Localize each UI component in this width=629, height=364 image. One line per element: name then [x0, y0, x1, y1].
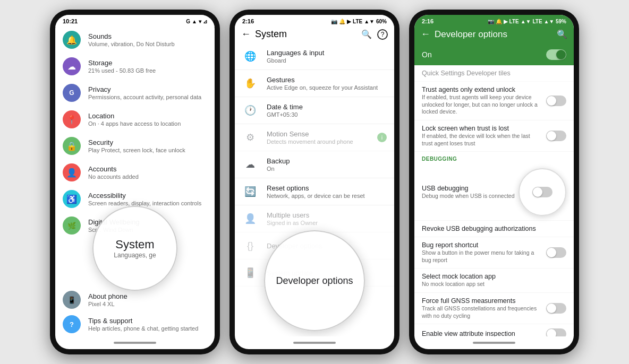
users-icon: 👤 — [242, 211, 258, 227]
list-item[interactable]: ⚙ Motion Sense Detects movement around p… — [235, 124, 394, 151]
dev-options-icon: {} — [242, 238, 258, 254]
toggle-thumb — [533, 187, 542, 197]
developer-options-title: Developer options — [435, 29, 552, 40]
usb-debugging-item[interactable]: USB debugging Debug mode when USB is con… — [414, 164, 574, 221]
status-icons-2: 📷 🔔 ▶ LTE ▲▼ 60% — [331, 19, 387, 24]
status-bar-3: 2:16 📷 🔔 ▶ LTE ▲▼ LTE ▲▼ 59% — [414, 15, 574, 27]
sounds-title: Sounds — [88, 32, 207, 40]
nav-bar-1 — [55, 336, 215, 349]
phone-2-screen: 2:16 📷 🔔 ▶ LTE ▲▼ 60% ← System 🔍 ? 🌐 Lan… — [235, 15, 394, 349]
system-circle-overlay: System Languages, ge — [92, 206, 177, 291]
location-title: Location — [88, 112, 207, 120]
phone-3: 2:16 📷 🔔 ▶ LTE ▲▼ LTE ▲▼ 59% ← Developer… — [409, 10, 579, 354]
nav-bar-3 — [414, 336, 574, 349]
gnss-title: Force full GNSS measurements — [422, 297, 542, 305]
nav-bar-2 — [235, 336, 394, 349]
toggle-thumb — [547, 329, 556, 336]
usb-debugging-sub: Debug mode when USB is connected — [422, 193, 518, 200]
usb-debugging-toggle[interactable] — [532, 187, 552, 197]
list-item[interactable]: G Privacy Permissions, account activity,… — [55, 80, 215, 106]
storage-title: Storage — [88, 59, 207, 67]
phone-1: 10:21 G ▲ ▾ ⊿ 🔔 Sounds Volume, vibration… — [50, 10, 220, 354]
accessibility-icon: ♿ — [63, 190, 81, 208]
battery-3: LTE ▲▼ 59% — [532, 19, 566, 24]
developer-options-circle-text: Developer options — [276, 275, 353, 287]
bug-report-toggle[interactable] — [546, 247, 566, 258]
gnss-item[interactable]: Force full GNSS measurements Track all G… — [414, 293, 574, 324]
time-1: 10:21 — [63, 18, 78, 24]
list-item[interactable]: 🔒 Security Play Protect, screen lock, fa… — [55, 133, 215, 159]
status-bar-1: 10:21 G ▲ ▾ ⊿ — [55, 15, 215, 27]
accessibility-subtitle: Screen readers, display, interaction con… — [88, 200, 207, 206]
list-item[interactable]: 👤 Accounts No accounts added — [55, 159, 215, 186]
gestures-icon: ✋ — [242, 75, 258, 91]
gnss-toggle[interactable] — [546, 303, 566, 314]
g-icon: G — [186, 19, 190, 24]
developer-options-circle: Developer options — [264, 230, 365, 331]
gestures-title: Gestures — [267, 76, 387, 84]
tips-support-icon: ? — [63, 315, 81, 333]
privacy-subtitle: Permissions, account activity, personal … — [88, 94, 207, 100]
backup-title: Backup — [267, 157, 387, 165]
view-attr-toggle[interactable] — [546, 328, 566, 336]
list-item[interactable]: 🔔 Sounds Volume, vibration, Do Not Distu… — [55, 27, 215, 53]
lock-screen-toggle[interactable] — [546, 131, 566, 141]
about-phone-icon: 📱 — [63, 291, 81, 309]
accounts-icon: 👤 — [63, 163, 81, 181]
trust-agents-toggle[interactable] — [546, 96, 566, 106]
about-phone-item[interactable]: 📱 About phone Pixel 4 XL — [55, 288, 215, 312]
system-update-icon: 📱 — [242, 265, 258, 281]
battery-icon: ⊿ — [203, 19, 207, 24]
trust-agents-item[interactable]: Trust agents only extend unlock If enabl… — [414, 82, 574, 120]
security-title: Security — [88, 138, 207, 146]
lock-screen-title: Lock screen when trust is lost — [422, 125, 542, 132]
revoke-usb-title: Revoke USB debugging authorizations — [422, 225, 566, 232]
on-toggle-row[interactable]: On — [414, 44, 574, 65]
languages-icon: 🌐 — [242, 48, 258, 64]
list-item[interactable]: ☁ Storage 21% used - 50.83 GB free — [55, 53, 215, 80]
back-button-2[interactable]: ← — [241, 29, 251, 40]
list-item[interactable]: 👤 Multiple users Signed in as Owner — [235, 205, 394, 232]
on-label: On — [422, 50, 432, 59]
help-icon-2[interactable]: ? — [377, 29, 388, 40]
trust-agents-title: Trust agents only extend unlock — [422, 86, 542, 93]
search-icon-3[interactable]: 🔍 — [557, 29, 567, 39]
toggle-thumb — [547, 131, 556, 141]
list-item[interactable]: 🕐 Date & time GMT+05:30 — [235, 97, 394, 124]
privacy-icon: G — [63, 84, 81, 102]
signal-3: ▲▼ — [521, 19, 531, 24]
badge: i — [377, 133, 387, 142]
circle-main-text: System — [115, 238, 154, 252]
trust-agents-sub: If enabled, trust agents will keep your … — [422, 94, 542, 116]
usb-toggle-area — [518, 168, 566, 216]
mock-location-item[interactable]: Select mock location app No mock locatio… — [414, 268, 574, 293]
developer-options-list: Quick Settings Developer tiles Trust age… — [414, 65, 574, 336]
toggle-thumb — [556, 50, 566, 59]
gestures-subtitle: Active Edge on, squeeze for your Assista… — [267, 84, 387, 91]
privacy-title: Privacy — [88, 85, 207, 93]
languages-subtitle: Gboard — [267, 57, 387, 64]
time-2: 2:16 — [242, 18, 254, 24]
list-item[interactable]: 🔄 Reset options Network, apps, or device… — [235, 178, 394, 205]
lock-screen-item[interactable]: Lock screen when trust is lost If enable… — [414, 120, 574, 152]
list-item[interactable]: 🌐 Languages & input Gboard — [235, 43, 394, 70]
list-item[interactable]: ☁ Backup On — [235, 151, 394, 178]
search-icon-2[interactable]: 🔍 — [361, 29, 372, 40]
bug-report-item[interactable]: Bug report shortcut Show a button in the… — [414, 237, 574, 268]
backup-subtitle: On — [267, 166, 387, 172]
home-indicator-2 — [293, 342, 336, 344]
revoke-usb-item[interactable]: Revoke USB debugging authorizations — [414, 221, 574, 237]
list-item[interactable]: 📍 Location On · 4 apps have access to lo… — [55, 106, 215, 133]
security-icon: 🔒 — [63, 137, 81, 155]
back-button-3[interactable]: ← — [421, 29, 430, 40]
quick-settings-item[interactable]: Quick Settings Developer tiles — [414, 65, 574, 82]
home-indicator-3 — [473, 342, 515, 344]
circle-sub-text: Languages, ge — [114, 252, 156, 259]
view-attr-title: Enable view attribute inspection — [422, 330, 542, 336]
reset-title: Reset options — [267, 184, 387, 192]
view-attr-item[interactable]: Enable view attribute inspection — [414, 324, 574, 336]
sounds-subtitle: Volume, vibration, Do Not Disturb — [88, 41, 207, 47]
tips-support-item[interactable]: ? Tips & support Help articles, phone & … — [55, 312, 215, 336]
list-item[interactable]: ✋ Gestures Active Edge on, squeeze for y… — [235, 70, 394, 97]
developer-on-toggle[interactable] — [546, 49, 566, 60]
